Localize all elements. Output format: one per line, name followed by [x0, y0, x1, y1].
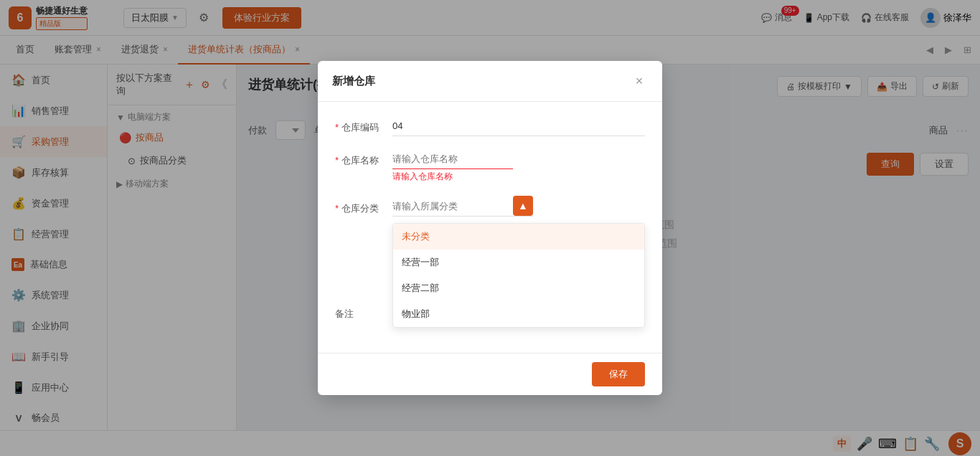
warehouse-name-input[interactable]	[392, 149, 513, 169]
dialog-body: * 仓库编码 * 仓库名称 请输入仓库名称 * 仓库分类	[318, 102, 662, 353]
category-required-mark: *	[335, 203, 339, 214]
warehouse-name-row: * 仓库名称 请输入仓库名称	[335, 149, 645, 183]
warehouse-category-row: * 仓库分类 ▲ 未分类 经营一部 经营二部 物业部	[335, 196, 645, 217]
dropdown-item-ops2[interactable]: 经营二部	[393, 275, 644, 301]
dialog-close-button[interactable]: ×	[631, 72, 648, 90]
dialog-header: 新增仓库 ×	[318, 61, 662, 102]
code-label: * 仓库编码	[335, 116, 392, 134]
dropdown-item-property[interactable]: 物业部	[393, 301, 644, 327]
code-required-mark: *	[335, 122, 339, 133]
notes-label: 备注	[335, 303, 392, 320]
warehouse-code-row: * 仓库编码	[335, 116, 645, 136]
dialog-footer: 保存	[318, 353, 662, 395]
dropdown-item-uncategorized[interactable]: 未分类	[393, 224, 644, 250]
warehouse-code-input[interactable]	[392, 116, 645, 136]
add-warehouse-dialog: 新增仓库 × * 仓库编码 * 仓库名称 请输入仓库名称	[318, 61, 662, 395]
category-label: * 仓库分类	[335, 197, 392, 215]
name-label: * 仓库名称	[335, 149, 392, 167]
dropdown-item-ops1[interactable]: 经营一部	[393, 250, 644, 275]
dialog-title: 新增仓库	[332, 75, 375, 88]
name-error-message: 请输入仓库名称	[392, 171, 453, 183]
category-input-wrap: ▲	[392, 196, 533, 217]
category-dropdown-toggle[interactable]: ▲	[513, 196, 533, 216]
category-dropdown-list: 未分类 经营一部 经营二部 物业部	[392, 223, 645, 328]
category-input[interactable]	[392, 196, 513, 216]
name-required-mark: *	[335, 155, 339, 166]
dialog-save-button[interactable]: 保存	[592, 362, 645, 386]
